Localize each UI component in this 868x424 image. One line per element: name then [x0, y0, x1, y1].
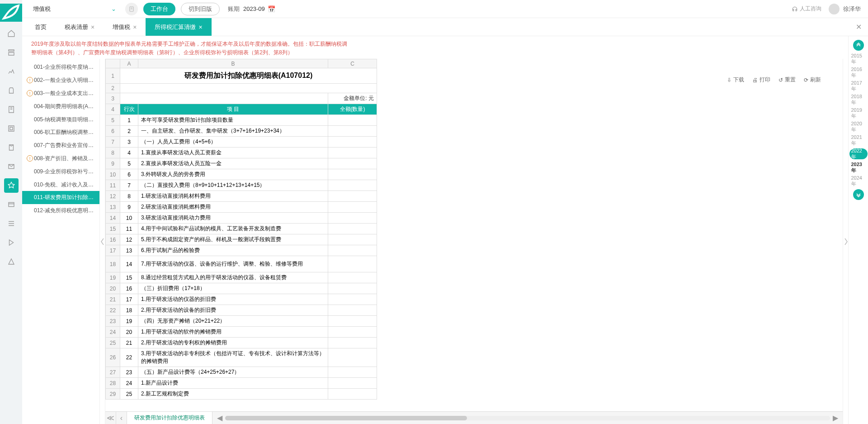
row-amount-cell[interactable] [328, 137, 377, 148]
row-amount-cell[interactable] [328, 294, 377, 305]
tab-2[interactable]: 增值税× [104, 18, 146, 36]
row-amount-cell[interactable] [328, 234, 377, 245]
row-seq: 23 [120, 367, 138, 378]
year-2024年[interactable]: 2024年 [851, 176, 866, 186]
hscroll-track[interactable] [225, 416, 830, 420]
support-link[interactable]: 人工咨询 [792, 5, 821, 13]
tab-close-icon[interactable]: × [198, 24, 202, 31]
year-2021年[interactable]: 2021年 [851, 135, 866, 146]
expand-handle-right[interactable] [843, 59, 848, 424]
nav-icon-2[interactable] [4, 64, 19, 79]
tab-3[interactable]: 所得税汇算清缴× [146, 18, 211, 36]
form-list-item[interactable]: 009-企业所得税弥补亏损明... [22, 165, 99, 178]
col-header: B [138, 59, 328, 68]
row-amount-cell[interactable] [328, 202, 377, 213]
row-amount-cell[interactable] [328, 245, 377, 256]
row-seq: 12 [120, 234, 138, 245]
tab-close-icon[interactable]: × [91, 24, 94, 31]
collapse-handle[interactable] [100, 59, 105, 424]
tab-1[interactable]: 税表清册× [56, 18, 104, 36]
row-item: （一）人员人工费用（4+5+6） [138, 137, 328, 148]
form-list-item[interactable]: 001-企业所得税年度纳税申... [22, 61, 99, 74]
year-scroll-down[interactable] [853, 189, 864, 200]
row-amount-cell[interactable] [328, 305, 377, 316]
nav-icon-6[interactable] [4, 140, 19, 155]
row-amount-cell[interactable] [328, 327, 377, 338]
nav-icon-8[interactable] [4, 178, 19, 193]
year-2023年[interactable]: 2023年 [851, 162, 866, 173]
nav-icon-12[interactable] [4, 254, 19, 269]
row-amount-cell[interactable] [328, 256, 377, 272]
year-2020年[interactable]: 2020年 [851, 121, 866, 132]
row-seq: 25 [120, 389, 138, 400]
row-amount-cell[interactable] [328, 224, 377, 234]
spreadsheet[interactable]: ABC1研发费用加计扣除优惠明细表(A107012)23金额单位: 元4行次项 … [105, 59, 843, 411]
row-amount-cell[interactable] [328, 378, 377, 389]
row-amount-cell[interactable] [328, 283, 377, 294]
row-amount-cell[interactable] [328, 367, 377, 378]
nav-icon-9[interactable] [4, 197, 19, 212]
workspace-button[interactable]: 工作台 [143, 3, 175, 15]
nav-icon-7[interactable] [4, 159, 19, 174]
row-seq: 13 [120, 245, 138, 256]
nav-icon-4[interactable] [4, 102, 19, 117]
tab-close-icon[interactable]: × [133, 24, 137, 31]
row-amount-cell[interactable] [328, 272, 377, 283]
form-list-item[interactable]: 011-研发费用加计扣除优惠... [22, 191, 99, 204]
switch-old-button[interactable]: 切到旧版 [181, 3, 220, 15]
row-amount-cell[interactable] [328, 148, 377, 158]
form-list-item[interactable]: 003-一般企业成本支出明细... [22, 87, 99, 100]
row-amount-cell[interactable] [328, 389, 377, 400]
row-amount-cell[interactable] [328, 115, 377, 126]
row-amount-cell[interactable] [328, 126, 377, 137]
form-list-item[interactable]: 008-资产折旧、摊销及纳税... [22, 152, 99, 165]
avatar[interactable] [829, 4, 840, 14]
row-item: 4.用于中间试验和产品试制的模具、工艺装备开发及制造费 [138, 224, 328, 234]
row-item: 1.新产品设计费 [138, 378, 328, 389]
form-list-item[interactable]: 010-免税、减计收入及加计... [22, 178, 99, 191]
row-amount-cell[interactable] [328, 338, 377, 348]
row-item: 2.直接从事研发活动人员五险一金 [138, 158, 328, 169]
form-list-item[interactable]: 006-职工薪酬纳税调整明细... [22, 126, 99, 139]
hscroll-thumb[interactable] [225, 416, 467, 420]
year-2018年[interactable]: 2018年 [851, 94, 866, 105]
nav-icon-5[interactable] [4, 121, 19, 136]
row-amount-cell[interactable] [328, 158, 377, 169]
year-2022年[interactable]: 2022年 [849, 148, 868, 159]
period-value[interactable]: 2023-09 [243, 5, 265, 12]
username: 徐泽华 [843, 5, 861, 13]
year-2017年[interactable]: 2017年 [851, 81, 866, 91]
row-amount-cell[interactable] [328, 316, 377, 327]
year-rail: 2015年2016年2017年2018年2019年2020年2021年2022年… [848, 36, 868, 424]
row-amount-cell[interactable] [328, 180, 377, 191]
tax-type-selector[interactable]: 增值税 ⌄ [29, 3, 120, 15]
form-list-item[interactable]: 012-减免所得税优惠明细表(... [22, 204, 99, 217]
year-2015年[interactable]: 2015年 [851, 53, 866, 64]
form-list-item[interactable]: 004-期间费用明细表(A1040... [22, 100, 99, 113]
doc-button[interactable] [125, 3, 138, 15]
form-list-item[interactable]: 002-一般企业收入明细表(A... [22, 74, 99, 87]
sheet-nav-prev[interactable]: ‹ [116, 412, 127, 424]
hscroll-left[interactable]: ◀ [214, 414, 225, 422]
nav-icon-1[interactable] [4, 45, 19, 60]
sheet-nav-first[interactable]: ≪ [105, 412, 116, 424]
row-amount-cell[interactable] [328, 191, 377, 202]
row-amount-cell[interactable] [328, 348, 377, 367]
hscroll-right[interactable]: ▶ [830, 414, 841, 422]
nav-icon-10[interactable] [4, 216, 19, 231]
nav-icon-0[interactable] [4, 26, 19, 41]
calendar-icon[interactable]: 📅 [268, 5, 275, 13]
row-amount-cell[interactable] [328, 213, 377, 224]
close-all-tabs[interactable]: ✕ [849, 18, 868, 36]
nav-icon-3[interactable] [4, 83, 19, 98]
form-list-item[interactable]: 005-纳税调整项目明细表(A1... [22, 113, 99, 126]
left-nav [0, 0, 22, 424]
year-2019年[interactable]: 2019年 [851, 108, 866, 119]
year-scroll-up[interactable] [853, 40, 864, 51]
sheet-tab[interactable]: 研发费用加计扣除优惠明细表 [127, 412, 212, 424]
row-amount-cell[interactable] [328, 169, 377, 180]
year-2016年[interactable]: 2016年 [851, 67, 866, 78]
form-list-item[interactable]: 007-广告费和业务宣传费跨... [22, 139, 99, 152]
tab-0[interactable]: 首页 [26, 18, 56, 36]
nav-icon-11[interactable] [4, 235, 19, 250]
